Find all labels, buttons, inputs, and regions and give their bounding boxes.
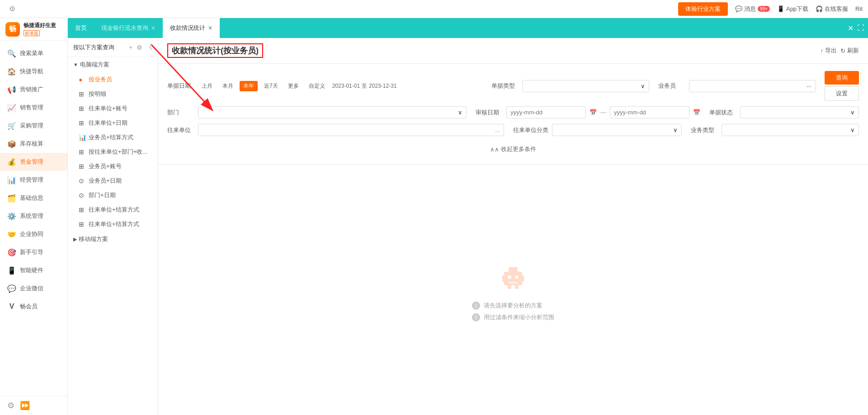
- scheme-item-salesperson-settlement[interactable]: 📊 业务员+结算方式: [68, 130, 158, 145]
- scheme-item-unit-dept-collection[interactable]: ⊞ 按往来单位+部门+收...: [68, 145, 158, 159]
- sidebar-item-wechat[interactable]: 💬 企业微信: [0, 279, 67, 297]
- date-buttons: 上月 本月 本年 近7天 更多 自定义: [198, 81, 329, 91]
- review-date-from-input[interactable]: [506, 106, 586, 118]
- sidebar-item-purchase[interactable]: 🛒 采购管理: [0, 117, 67, 135]
- desktop-section-label: 电脑端方案: [80, 61, 109, 69]
- date-this-month[interactable]: 本月: [219, 81, 237, 91]
- sidebar-item-label: 经营管理: [20, 176, 43, 184]
- scheme-mobile-header[interactable]: ▶ 移动端方案: [68, 231, 158, 247]
- tab-home[interactable]: 首页: [68, 18, 94, 38]
- salesperson-select[interactable]: ···: [689, 80, 816, 92]
- sidebar-item-smart-hw[interactable]: 📱 智能硬件: [0, 261, 67, 279]
- counterpart-category-label: 往来单位分类: [513, 126, 548, 134]
- empty-tip-1: 1 请先选择要分析的方案: [472, 302, 554, 310]
- settings-button[interactable]: 设置: [825, 86, 859, 101]
- sidebar-item-guide[interactable]: 🎯 新手引导: [0, 243, 67, 261]
- bank-flow-close-icon[interactable]: ✕: [151, 25, 156, 31]
- counterpart-select[interactable]: ...: [198, 124, 504, 136]
- close-all-tabs-icon[interactable]: ✕: [848, 24, 854, 33]
- sidebar-item-sales[interactable]: 📈 销售管理: [0, 99, 67, 117]
- sidebar-item-quick-nav[interactable]: 🏠 快捷导航: [0, 62, 67, 80]
- page-content: 按以下方案查询 ＋ ⚙ 《 ▼ 电脑端方案: [68, 38, 868, 415]
- messages-action[interactable]: 💬 消息 99+: [735, 5, 770, 13]
- collapse-scheme-icon[interactable]: 《: [145, 42, 152, 52]
- date-range-display: 2023-01-01 至 2023-12-31: [332, 82, 397, 90]
- refresh-button[interactable]: ↻ 刷新: [840, 47, 859, 55]
- filter-row-3: 往来单位 ... 往来单位分类 ∨: [167, 124, 859, 136]
- sidebar-item-label: 企业协同: [20, 230, 43, 238]
- user-action[interactable]: Rit: [855, 5, 863, 12]
- unit-settlement1-icon: ⊞: [79, 206, 86, 213]
- expand-icon[interactable]: ⛶: [857, 24, 864, 32]
- topbar-actions: 体验行业方案 💬 消息 99+ 📱 App下载 🎧 在线客服 Rit: [678, 2, 863, 16]
- business-type-select[interactable]: ∨: [722, 124, 859, 136]
- collection-stats-close-icon[interactable]: ✕: [208, 25, 212, 31]
- dept-select[interactable]: ∨: [198, 106, 467, 118]
- sidebar-item-inventory[interactable]: 📦 库存核算: [0, 135, 67, 153]
- scheme-item-unit-account[interactable]: ⊞ 往来单位+账号: [68, 101, 158, 116]
- date-more[interactable]: 更多: [284, 81, 302, 91]
- purchase-icon: 🛒: [7, 121, 16, 130]
- sidebar-item-finance[interactable]: 💰 资金管理: [0, 153, 67, 171]
- sidebar-item-label: 采购管理: [20, 122, 43, 130]
- settings-icon[interactable]: ⚙: [7, 401, 14, 410]
- gear-icon[interactable]: ⚙: [9, 5, 15, 13]
- top-bar: ⚙ 体验行业方案 💬 消息 99+ 📱 App下载 🎧 在线客服 Rit: [0, 0, 868, 18]
- scheme-item-unit-date[interactable]: ⊞ 往来单位+日期: [68, 116, 158, 130]
- guide-icon: 🎯: [7, 248, 16, 257]
- scheme-desktop-header[interactable]: ▼ 电脑端方案: [68, 57, 158, 72]
- sidebar-item-system[interactable]: ⚙️ 系统管理: [0, 207, 67, 225]
- collapse-more-btn[interactable]: ∧∧ 收起更多条件: [486, 141, 540, 157]
- sidebar-item-search-menu[interactable]: 🔍 搜索菜单: [0, 44, 67, 62]
- calendar-to-icon[interactable]: 📅: [693, 109, 700, 116]
- filter-dept: 部门 ∨: [167, 106, 467, 118]
- dept-chevron: ∨: [458, 109, 462, 116]
- topbar-left: ⚙: [5, 5, 15, 13]
- collapse-label: 收起更多条件: [501, 145, 536, 153]
- logo-icon: 畅: [5, 22, 20, 37]
- tab-collection-stats[interactable]: 收款情况统计 ✕: [163, 18, 220, 38]
- calendar-from-icon[interactable]: 📅: [590, 109, 597, 116]
- sidebar-item-marketing[interactable]: 📢 营销推广: [0, 80, 67, 99]
- scheme-item-label: 按明细: [89, 90, 106, 98]
- scheme-item-by-detail[interactable]: ⊞ 按明细: [68, 87, 158, 101]
- manage-scheme-icon[interactable]: ⚙: [137, 44, 142, 51]
- doc-status-select[interactable]: ∨: [740, 106, 859, 118]
- date-this-year[interactable]: 本年: [240, 81, 258, 91]
- date-last-7days[interactable]: 近7天: [260, 81, 282, 91]
- add-scheme-icon[interactable]: ＋: [127, 43, 134, 52]
- svg-rect-7: [521, 275, 524, 282]
- export-button[interactable]: ↑ 导出: [821, 47, 837, 55]
- scheme-panel: 按以下方案查询 ＋ ⚙ 《 ▼ 电脑端方案: [68, 38, 158, 415]
- scheme-mobile-section: ▶ 移动端方案: [68, 231, 158, 247]
- counterpart-category-select[interactable]: ∨: [552, 124, 682, 136]
- tab-bank-flow[interactable]: 现金银行流水查询 ✕: [94, 18, 163, 38]
- sidebar-item-basic-info[interactable]: 🗂️ 基础信息: [0, 189, 67, 207]
- date-custom[interactable]: 自定义: [305, 81, 329, 91]
- mobile-section-label: 移动端方案: [79, 235, 108, 243]
- sidebar-item-member[interactable]: V 畅会员: [0, 297, 67, 316]
- doc-type-select[interactable]: ∨: [522, 80, 649, 92]
- app-download-action[interactable]: 📱 App下载: [777, 5, 808, 13]
- sidebar-item-operations[interactable]: 📊 经营管理: [0, 171, 67, 189]
- sidebar-item-label: 畅会员: [20, 302, 38, 311]
- salesperson-date-icon: ⊙: [79, 177, 86, 184]
- online-service-action[interactable]: 🎧 在线客服: [816, 5, 848, 13]
- scheme-item-salesperson-date[interactable]: ⊙ 业务员+日期: [68, 174, 158, 188]
- sidebar-item-label: 资金管理: [20, 158, 43, 166]
- review-date-to-input[interactable]: [610, 106, 689, 118]
- sidebar-item-enterprise[interactable]: 🤝 企业协同: [0, 225, 67, 243]
- scheme-item-unit-settlement2[interactable]: ⊞ 往来单位+结算方式: [68, 217, 158, 231]
- scheme-item-salesperson-account[interactable]: ⊞ 业务员+账号: [68, 159, 158, 174]
- query-area: 收款情况统计(按业务员) ↑ 导出 ↻ 刷新: [158, 38, 868, 415]
- scheme-item-dept-date[interactable]: ⊙ 部门+日期: [68, 188, 158, 203]
- sidebar-item-label: 系统管理: [20, 212, 43, 220]
- collapse-sidebar-icon[interactable]: ⏩: [20, 401, 30, 410]
- scheme-item-label: 往来单位+账号: [89, 104, 127, 113]
- query-button[interactable]: 查询: [825, 71, 859, 85]
- scheme-item-unit-settlement1[interactable]: ⊞ 往来单位+结算方式: [68, 203, 158, 217]
- date-last-month[interactable]: 上月: [198, 81, 216, 91]
- counterpart-more-icon[interactable]: ...: [495, 127, 500, 133]
- scheme-item-by-salesperson[interactable]: ● 按业务员: [68, 72, 158, 87]
- trial-button[interactable]: 体验行业方案: [678, 2, 728, 16]
